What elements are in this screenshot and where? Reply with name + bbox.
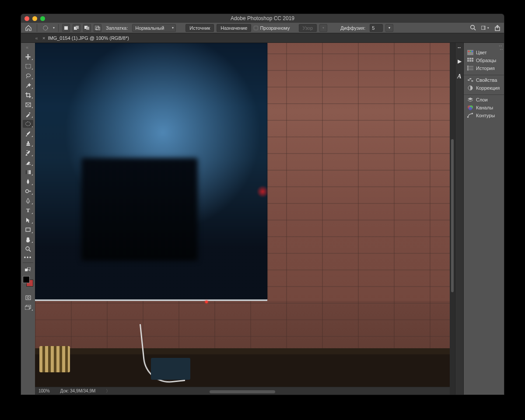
window-controls (24, 16, 45, 21)
panel-group-color: Цвет Образцы История (464, 48, 504, 75)
lasso-tool[interactable] (23, 72, 33, 80)
patch-tool[interactable] (23, 120, 33, 128)
path-select-tool[interactable] (23, 216, 33, 224)
history-brush-tool[interactable] (23, 149, 33, 157)
minimize-window-button[interactable] (32, 16, 37, 21)
patch-mode-select[interactable]: Нормальный (132, 24, 176, 32)
svg-rect-31 (467, 50, 473, 55)
screen-mode-toggle[interactable] (23, 303, 33, 311)
zoom-level[interactable]: 100% (38, 388, 50, 393)
type-tool[interactable]: T (23, 206, 33, 214)
svg-point-47 (469, 80, 470, 81)
edit-toolbar-button[interactable]: ••• (24, 255, 32, 260)
panel-tab-color[interactable]: Цвет (464, 49, 504, 56)
selection-intersect-button[interactable] (94, 24, 102, 32)
svg-rect-39 (469, 60, 471, 62)
svg-rect-40 (472, 60, 473, 62)
svg-rect-30 (25, 306, 29, 310)
home-button[interactable] (24, 24, 33, 32)
checkbox-icon (254, 26, 258, 30)
brush-tool[interactable] (23, 130, 33, 137)
hand-tool[interactable] (23, 235, 33, 243)
selection-add-button[interactable] (73, 24, 80, 32)
close-window-button[interactable] (24, 16, 29, 21)
marquee-tool[interactable] (23, 62, 33, 70)
svg-rect-1 (64, 26, 68, 30)
selection-subtract-button[interactable] (83, 24, 91, 32)
blur-tool[interactable] (23, 178, 33, 186)
panel-tab-layers[interactable]: Слои (464, 96, 504, 104)
gradient-tool[interactable] (23, 168, 33, 176)
color-swatches[interactable] (23, 276, 33, 287)
vertical-scrollbar-track[interactable] (450, 43, 455, 395)
svg-rect-25 (25, 269, 28, 271)
panel-tab-properties[interactable]: Свойства (464, 76, 504, 84)
svg-line-9 (474, 29, 476, 31)
panel-group-layers: Слои Каналы Контуры (464, 95, 504, 122)
current-tool-icon[interactable] (41, 24, 50, 32)
tool-preset-chevron[interactable]: ▾ (53, 26, 55, 30)
selection-new-button[interactable] (62, 24, 70, 32)
gripper-icon: •• (500, 47, 503, 51)
zoom-window-button[interactable] (40, 16, 45, 21)
magic-wand-tool[interactable] (23, 81, 33, 89)
pattern-button: Узор (299, 24, 317, 32)
collapsed-panel-strip: •• ▶ A (455, 43, 464, 395)
svg-rect-38 (467, 60, 469, 62)
svg-rect-37 (472, 58, 473, 60)
foreground-color[interactable] (23, 276, 30, 283)
eraser-tool[interactable] (23, 158, 33, 166)
panel-dock: •• Цвет Образцы История Свойства Коррекц… (464, 43, 504, 395)
svg-rect-13 (26, 64, 31, 68)
transparent-checkbox[interactable]: Прозрачному (254, 25, 290, 31)
zoom-tool[interactable] (23, 245, 33, 253)
document-tab[interactable]: ×IMG_0154 (1).JPG @ 100% (RGB/8*) (40, 35, 132, 41)
canvas[interactable] (35, 43, 450, 387)
svg-rect-36 (469, 58, 471, 60)
panel-tab-paths[interactable]: Контуры (464, 112, 504, 119)
svg-point-0 (43, 26, 48, 30)
svg-point-20 (25, 190, 28, 193)
quick-mask-toggle[interactable] (23, 294, 33, 301)
vertical-scrollbar-thumb[interactable] (451, 139, 454, 292)
status-bar: 100% Док: 34,9M/34,9M 〉 (35, 387, 450, 395)
toolbar-collapse[interactable]: « (26, 45, 29, 50)
panel-tab-channels[interactable]: Каналы (464, 104, 504, 112)
character-panel-icon[interactable]: A (457, 73, 461, 80)
toggle-colors[interactable] (23, 266, 33, 273)
svg-rect-3 (76, 26, 79, 29)
app-window: Adobe Photoshop CC 2019 ▾ Заплатка: Норм… (21, 14, 504, 395)
close-tab-icon[interactable]: × (42, 35, 45, 41)
shape-tool[interactable] (23, 226, 33, 234)
diffusion-input[interactable]: 5 (370, 24, 383, 32)
panel-tab-adjustments[interactable]: Коррекция (464, 84, 504, 92)
svg-rect-54 (467, 116, 469, 118)
horizontal-scrollbar[interactable] (210, 390, 275, 393)
move-tool[interactable] (23, 52, 33, 60)
svg-rect-35 (467, 58, 469, 60)
panel-tab-history[interactable]: История (464, 64, 504, 72)
destination-button[interactable]: Назначение (217, 24, 251, 32)
diffusion-label: Диффузия: (340, 25, 365, 31)
diffusion-stepper[interactable]: ▾ (385, 24, 393, 32)
doc-size[interactable]: Док: 34,9M/34,9M (60, 388, 96, 393)
svg-point-49 (472, 80, 473, 82)
share-button[interactable] (494, 24, 501, 32)
eyedropper-tool[interactable] (23, 110, 33, 118)
svg-rect-33 (470, 51, 471, 52)
svg-point-17 (26, 122, 31, 126)
clone-stamp-tool[interactable] (23, 139, 33, 147)
frame-tool[interactable] (23, 101, 33, 108)
crop-tool[interactable] (23, 91, 33, 99)
pen-tool[interactable] (23, 197, 33, 205)
panel-tab-swatches[interactable]: Образцы (464, 56, 504, 64)
source-button[interactable]: Источник (186, 24, 214, 32)
status-menu-chevron[interactable]: 〉 (106, 388, 110, 394)
svg-point-28 (27, 297, 29, 299)
search-button[interactable] (469, 24, 477, 32)
workspace-picker[interactable]: ▾ (481, 24, 489, 32)
dodge-tool[interactable] (23, 187, 33, 195)
actions-panel-icon[interactable]: ▶ (458, 58, 462, 64)
svg-line-24 (29, 250, 31, 252)
tab-strip-toggle[interactable]: « (35, 35, 38, 41)
